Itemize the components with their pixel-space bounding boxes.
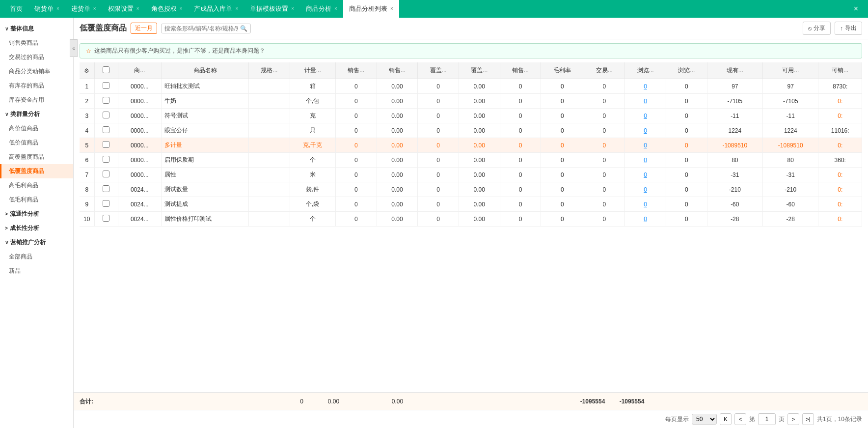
row-coverage2: 0.00 xyxy=(459,79,500,94)
sidebar-section-4[interactable]: ∨营销推广分析 xyxy=(0,235,73,250)
nav-item-首页[interactable]: 首页 xyxy=(4,0,28,18)
nav-close-icon[interactable]: × xyxy=(93,0,96,18)
nav-close-icon[interactable]: × xyxy=(56,0,59,18)
row-browse1[interactable]: 0 xyxy=(625,168,666,182)
col-header-browse1[interactable]: 浏览... xyxy=(625,62,666,79)
nav-item-单据模板设置[interactable]: 单据模板设置× xyxy=(244,0,300,18)
sidebar-collapse-button[interactable]: « xyxy=(70,39,78,57)
col-header-settings[interactable]: ⚙ xyxy=(80,62,94,79)
col-header-name[interactable]: 商品名称 xyxy=(162,62,249,79)
col-header-coverage1[interactable]: 覆盖... xyxy=(418,62,459,79)
row-checkbox[interactable] xyxy=(103,97,109,104)
nav-item-产成品入库单[interactable]: 产成品入库单× xyxy=(188,0,244,18)
col-header-sellable[interactable]: 可销... xyxy=(818,62,862,79)
col-header-available_stock[interactable]: 可用... xyxy=(763,62,818,79)
row-current-stock: -60 xyxy=(707,197,762,212)
row-checkbox[interactable] xyxy=(103,82,109,89)
col-header-browse2[interactable]: 浏览... xyxy=(666,62,707,79)
row-sellable: 11016: xyxy=(818,123,862,138)
row-checkbox[interactable] xyxy=(103,185,109,192)
nav-close-icon[interactable]: × xyxy=(180,0,183,18)
sidebar-item-商品分类动销率[interactable]: 商品分类动销率 xyxy=(0,64,73,79)
table-container[interactable]: ⚙商...商品名称规格...计量...销售...销售...覆盖...覆盖...销… xyxy=(74,62,868,392)
nav-item-进货单[interactable]: 进货单× xyxy=(65,0,102,18)
row-browse1[interactable]: 0 xyxy=(625,94,666,109)
nav-close-icon[interactable]: × xyxy=(390,0,393,18)
row-gross-margin: 0 xyxy=(541,138,584,153)
sidebar-item-全部商品[interactable]: 全部商品 xyxy=(0,250,73,264)
select-all-checkbox[interactable] xyxy=(103,66,109,73)
sidebar-item-交易过的商品[interactable]: 交易过的商品 xyxy=(0,50,73,64)
sidebar-item-低毛利商品[interactable]: 低毛利商品 xyxy=(0,193,73,207)
row-checkbox[interactable] xyxy=(103,156,109,163)
row-checkbox[interactable] xyxy=(103,200,109,207)
sidebar-item-销售类商品[interactable]: 销售类商品 xyxy=(0,36,73,50)
sidebar-item-低价值商品[interactable]: 低价值商品 xyxy=(0,136,73,150)
last-page-button[interactable]: >| xyxy=(802,413,814,425)
row-checkbox[interactable] xyxy=(103,215,109,222)
sidebar-section-3[interactable]: >成长性分析 xyxy=(0,221,73,235)
sidebar-item-有库存的商品[interactable]: 有库存的商品 xyxy=(0,79,73,93)
time-filter-button[interactable]: 近一月 xyxy=(131,23,157,34)
col-header-sales_qty[interactable]: 销售... xyxy=(335,62,377,79)
col-header-code[interactable]: 商... xyxy=(118,62,161,79)
nav-close-icon[interactable]: × xyxy=(334,0,337,18)
nav-item-商品分析[interactable]: 商品分析× xyxy=(300,0,343,18)
sidebar-item-高毛利商品[interactable]: 高毛利商品 xyxy=(0,178,73,193)
page-input[interactable] xyxy=(758,413,776,425)
row-code: 0000... xyxy=(118,123,161,138)
col-header-gross_margin[interactable]: 毛利率 xyxy=(541,62,584,79)
sidebar-item-新品[interactable]: 新品 xyxy=(0,264,73,278)
col-header-sales_pct[interactable]: 销售... xyxy=(500,62,541,79)
row-browse1[interactable]: 0 xyxy=(625,212,666,227)
sidebar-item-高价值商品[interactable]: 高价值商品 xyxy=(0,121,73,136)
sidebar-section-0[interactable]: ∨整体信息 xyxy=(0,22,73,36)
nav-item-权限设置[interactable]: 权限设置× xyxy=(102,0,145,18)
first-page-button[interactable]: K xyxy=(720,413,732,425)
row-browse1[interactable]: 0 xyxy=(625,109,666,123)
row-checkbox[interactable] xyxy=(103,171,109,177)
prev-page-button[interactable]: < xyxy=(734,413,746,425)
col-header-tx_count[interactable]: 交易... xyxy=(584,62,625,79)
sidebar-item-高覆盖度商品[interactable]: 高覆盖度商品 xyxy=(0,150,73,164)
sidebar-item-低覆盖度商品[interactable]: 低覆盖度商品 xyxy=(0,164,73,178)
sidebar-section-1[interactable]: ∨类群量分析 xyxy=(0,107,73,121)
sidebar-item-库存资金占用[interactable]: 库存资金占用 xyxy=(0,93,73,107)
row-checkbox[interactable] xyxy=(103,126,109,133)
nav-close-icon[interactable]: × xyxy=(235,0,238,18)
row-available-stock: 97 xyxy=(763,79,818,94)
share-button[interactable]: ⎋ 分享 xyxy=(803,22,831,35)
row-browse1[interactable]: 0 xyxy=(625,182,666,197)
col-header-sales_amt[interactable]: 销售... xyxy=(377,62,418,79)
export-button[interactable]: ↑ 导出 xyxy=(835,22,862,35)
col-header-spec[interactable]: 规格... xyxy=(249,62,290,79)
nav-item-角色授权[interactable]: 角色授权× xyxy=(145,0,189,18)
row-gross-margin: 0 xyxy=(541,182,584,197)
page-size-select[interactable]: 2050100200 xyxy=(692,414,717,425)
row-browse1[interactable]: 0 xyxy=(625,138,666,153)
col-header-current_stock[interactable]: 现有... xyxy=(707,62,762,79)
row-browse1[interactable]: 0 xyxy=(625,153,666,168)
row-checkbox[interactable] xyxy=(103,112,109,118)
row-code: 0000... xyxy=(118,168,161,182)
nav-item-销货单[interactable]: 销货单× xyxy=(28,0,65,18)
search-input[interactable] xyxy=(164,25,238,32)
col-header-unit[interactable]: 计量... xyxy=(290,62,335,79)
row-sales-pct: 0 xyxy=(500,138,541,153)
col-header-coverage2[interactable]: 覆盖... xyxy=(459,62,500,79)
nav-close-icon[interactable]: × xyxy=(136,0,139,18)
table-row: 30000...符号测试克00.0000.0000000-11-110: xyxy=(80,109,862,123)
nav-item-商品分析列表[interactable]: 商品分析列表× xyxy=(343,0,399,18)
row-sales-amt: 0.00 xyxy=(377,123,418,138)
sidebar-section-2[interactable]: >流通性分析 xyxy=(0,207,73,221)
row-browse1[interactable]: 0 xyxy=(625,197,666,212)
next-page-button[interactable]: > xyxy=(787,413,799,425)
nav-close-icon[interactable]: × xyxy=(291,0,294,18)
row-browse1[interactable]: 0 xyxy=(625,79,666,94)
row-checkbox[interactable] xyxy=(103,141,109,148)
search-icon[interactable]: 🔍 xyxy=(240,25,247,32)
row-browse1[interactable]: 0 xyxy=(625,123,666,138)
col-header-checkbox[interactable] xyxy=(94,62,118,79)
row-sales-pct: 0 xyxy=(500,109,541,123)
window-close-button[interactable]: × xyxy=(848,4,864,13)
